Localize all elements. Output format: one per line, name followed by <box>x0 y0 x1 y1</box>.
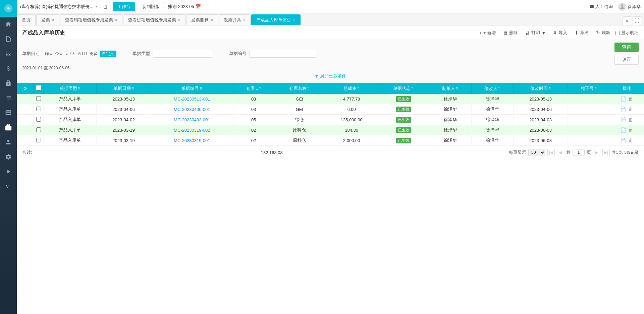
col-voucher[interactable]: 凭证号 ⇅ <box>568 83 610 94</box>
export-button[interactable]: ⬆ 导出 <box>573 29 591 37</box>
query-button[interactable]: 查询 <box>614 43 639 52</box>
col-total-cost[interactable]: 总成本 ⇅ <box>325 83 378 94</box>
sidebar-item-settings[interactable] <box>0 149 17 164</box>
col-creator[interactable]: 制单人 ⇅ <box>429 83 471 94</box>
row-checkbox-4[interactable] <box>34 135 44 146</box>
sidebar-item-invoice[interactable] <box>0 105 17 120</box>
tab-check-purchase-close[interactable]: × <box>178 18 180 22</box>
row-select-2[interactable] <box>36 117 41 122</box>
row-delete-icon-0[interactable]: 🗑 <box>628 96 633 102</box>
tab-invoice-close[interactable]: × <box>52 18 54 22</box>
page-last-button[interactable]: ▶| <box>602 149 610 156</box>
row-checkbox-2[interactable] <box>34 115 44 125</box>
sidebar-item-home[interactable] <box>0 17 17 32</box>
row-edit-icon-1[interactable]: 📄 <box>621 107 626 112</box>
pagination: 每页显示 50 100 |◀ ◀ 算 页 ▶ ▶| 共1页, 5条记录 <box>509 149 639 156</box>
col-select-all[interactable] <box>34 83 44 94</box>
tab-invoice-open-close[interactable]: × <box>243 18 246 22</box>
workbench-button[interactable]: 工作台 <box>113 2 135 11</box>
row-delete-icon-3[interactable]: 🗑 <box>628 127 633 133</box>
col-modify-time[interactable]: 修改时间 ⇅ <box>514 83 568 94</box>
row-select-3[interactable] <box>36 127 41 132</box>
row-number-3[interactable]: MC-20230319-002 <box>151 125 233 135</box>
col-status[interactable]: 单据状态 ⇅ <box>378 83 429 94</box>
row-checkbox-0[interactable] <box>34 94 44 104</box>
row-edit-icon-0[interactable]: 📄 <box>621 96 626 102</box>
expand-filter-button[interactable]: ▼ 展开更多条件 <box>22 73 639 79</box>
tab-invoice[interactable]: 发票 × <box>36 14 59 25</box>
row-edit-icon-4[interactable]: 📄 <box>621 138 626 143</box>
app-logo[interactable] <box>0 0 17 17</box>
service-button[interactable]: 人工咨询 <box>589 4 613 10</box>
page-title: 产成品入库单历史 <box>22 29 65 37</box>
type-select[interactable] <box>153 50 213 58</box>
shortcut-today[interactable]: 今天 <box>55 51 63 57</box>
custom-date-button[interactable]: 自定义 <box>100 51 116 57</box>
row-delete-icon-2[interactable]: 🗑 <box>628 117 633 122</box>
sidebar-item-finance[interactable] <box>0 61 17 76</box>
page-input[interactable] <box>573 149 585 156</box>
row-select-1[interactable] <box>36 107 41 111</box>
sidebar-item-v[interactable]: V <box>0 179 17 194</box>
col-modifier[interactable]: 修改人 ⇅ <box>471 83 514 94</box>
tab-product-history[interactable]: 产成品入库单历史 × <box>251 14 301 25</box>
row-select-4[interactable] <box>36 138 41 142</box>
row-number-1[interactable]: MC-20230406-001 <box>151 104 233 115</box>
prev-version-button[interactable]: 切到旧版 <box>138 2 164 11</box>
user-button[interactable]: 徐泽华 <box>618 3 641 11</box>
shortcut-yesterday[interactable]: 昨天 <box>45 51 53 57</box>
tab-product-history-close[interactable]: × <box>293 18 296 22</box>
col-date[interactable]: 单据日期 ⇅ <box>97 83 151 94</box>
company-selector[interactable]: (库存核算) 直播轻捷通信息技术股份... ▼ <box>20 4 98 10</box>
shortcut-7days[interactable]: 近7天 <box>65 51 75 57</box>
tab-close-all[interactable]: × <box>623 16 631 25</box>
sidebar-item-doc[interactable] <box>0 32 17 46</box>
per-page-select[interactable]: 50 100 <box>528 149 545 156</box>
tab-check-sales-close[interactable]: × <box>115 18 117 22</box>
setting-button[interactable]: 设置 <box>614 55 639 65</box>
shortcut-1month[interactable]: 近1月 <box>77 51 88 57</box>
row-checkbox-3[interactable] <box>34 125 44 135</box>
show-detail-checkbox[interactable] <box>615 31 620 35</box>
delete-button[interactable]: 🗑 删除 <box>501 29 520 37</box>
tab-fullscreen[interactable]: ⛶ <box>633 16 641 25</box>
col-type[interactable]: 单据类型 ⇅ <box>44 83 97 94</box>
row-number-4[interactable]: MC-20230319-001 <box>151 135 233 146</box>
sidebar-item-play[interactable] <box>0 164 17 179</box>
row-delete-icon-1[interactable]: 🗑 <box>628 107 633 112</box>
col-warehouse-name[interactable]: 仓库名称 ⇅ <box>274 83 325 94</box>
refresh-button[interactable]: ↻ 刷新 <box>594 29 612 37</box>
row-number-0[interactable]: MC-20230513-001 <box>151 94 233 104</box>
sidebar-item-box[interactable] <box>0 120 17 135</box>
tab-invoice-open[interactable]: 发票开具 × <box>219 14 251 25</box>
tab-invoice-calc[interactable]: 发票测算 × <box>186 14 218 25</box>
shortcut-more[interactable]: 更多 <box>90 51 98 57</box>
row-number-2[interactable]: MC-20230402-001 <box>151 115 233 125</box>
import-button[interactable]: ⬇ 导入 <box>551 29 569 37</box>
page-first-button[interactable]: |◀ <box>547 149 555 156</box>
print-button[interactable]: 🖨 打印 ▼ <box>523 29 548 37</box>
row-edit-icon-3[interactable]: 📄 <box>621 127 626 133</box>
tab-check-sales[interactable]: 查看销项增值税专用发票 × <box>60 14 122 25</box>
row-checkbox-1[interactable] <box>34 104 44 115</box>
page-next-button[interactable]: ▶ <box>593 149 600 156</box>
row-edit-icon-2[interactable]: 📄 <box>621 117 626 122</box>
select-all-checkbox[interactable] <box>36 85 41 90</box>
sidebar-item-list[interactable] <box>0 90 17 105</box>
sidebar-item-lock[interactable] <box>0 76 17 90</box>
new-button[interactable]: + + 新增 <box>477 29 498 37</box>
col-settings[interactable]: ⚙ <box>17 83 34 94</box>
tab-check-purchase[interactable]: 查看进项增值税专用发票 × <box>123 14 185 25</box>
page-prev-button[interactable]: ◀ <box>557 149 564 156</box>
tab-home[interactable]: 首页 <box>17 14 36 25</box>
row-select-0[interactable] <box>36 96 41 101</box>
row-delete-icon-4[interactable]: 🗑 <box>628 138 633 143</box>
sidebar-item-chart[interactable] <box>0 46 17 61</box>
tab-invoice-calc-close[interactable]: × <box>211 18 213 22</box>
number-input[interactable] <box>249 50 316 58</box>
sidebar-item-person[interactable] <box>0 135 17 149</box>
col-warehouse-code[interactable]: 仓库... ⇅ <box>233 83 274 94</box>
calendar-icon[interactable]: 📅 <box>196 4 201 9</box>
col-number[interactable]: 单据编号 ⇅ <box>151 83 233 94</box>
doc-icon[interactable] <box>101 2 110 11</box>
